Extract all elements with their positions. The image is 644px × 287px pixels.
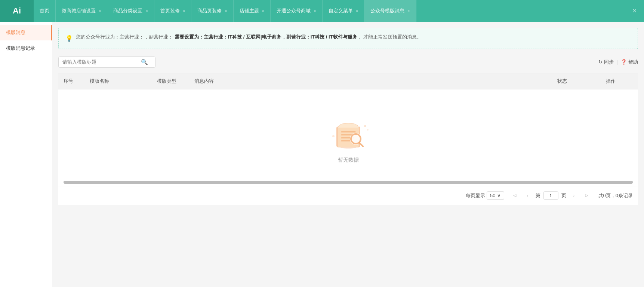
nav-tab-label: 商品分类设置 (113, 7, 142, 14)
svg-point-8 (364, 125, 366, 127)
nav-tab-label: 首页装修 (160, 7, 180, 14)
nav-tab-label: 自定义菜单 (329, 7, 353, 14)
close-all-button[interactable]: × (629, 7, 640, 15)
nav-tab-label: 微商城店铺设置 (62, 7, 96, 14)
nav-tab-home[interactable]: 首页 (34, 0, 56, 22)
tab-close-icon[interactable]: × (407, 9, 410, 13)
page-unit: 页 (561, 192, 566, 199)
empty-illustration (326, 112, 371, 157)
page-size-select: 每页显示 50 ∨ (466, 191, 504, 200)
nav-tab-label: 公众号模版消息 (370, 7, 404, 14)
page-number-input[interactable] (543, 191, 558, 200)
tab-close-icon[interactable]: × (314, 9, 316, 13)
top-nav: Ai 首页微商城店铺设置×商品分类设置×首页装修×商品页装修×店铺主题×开通公众… (0, 0, 644, 22)
nav-tabs: 首页微商城店铺设置×商品分类设置×首页装修×商品页装修×店铺主题×开通公众号商城… (34, 0, 629, 22)
nav-tab-category-settings[interactable]: 商品分类设置× (107, 0, 154, 22)
first-page-button[interactable]: ⊲ (510, 191, 520, 201)
sync-button[interactable]: ↻ 同步 (598, 59, 614, 65)
page-prefix: 第 (536, 192, 540, 199)
nav-tab-label: 首页 (40, 7, 49, 14)
tab-close-icon[interactable]: × (183, 9, 185, 13)
help-button[interactable]: ❓ 帮助 (621, 59, 638, 65)
search-wrapper: 🔍 (58, 57, 155, 68)
sidebar-item-template-msg[interactable]: 模版消息 (0, 25, 52, 40)
scrollbar-area (58, 178, 638, 186)
prev-page-button[interactable]: ‹ (523, 191, 533, 201)
svg-point-9 (367, 129, 369, 131)
next-page-button[interactable]: › (569, 191, 579, 201)
svg-point-10 (332, 135, 335, 137)
sidebar: 模版消息模版消息记录 (0, 22, 52, 287)
empty-row: 暂无数据 (58, 89, 638, 178)
horizontal-scrollbar[interactable] (64, 181, 633, 184)
nav-tab-custom-menu[interactable]: 自定义菜单× (323, 0, 364, 22)
tab-close-icon[interactable]: × (262, 9, 264, 13)
col-header-seq: 序号 (58, 73, 84, 89)
search-row: 🔍 ↻ 同步 | ❓ 帮助 (58, 57, 638, 68)
page-size-value: 50 (490, 193, 495, 198)
nav-tab-shop-settings[interactable]: 微商城店铺设置× (56, 0, 107, 22)
last-page-button[interactable]: ⊳ (582, 191, 592, 201)
col-header-status: 状态 (552, 73, 601, 89)
sync-icon: ↻ (598, 59, 603, 65)
search-button[interactable]: 🔍 (141, 59, 148, 65)
toolbar-right: ↻ 同步 | ❓ 帮助 (598, 59, 638, 65)
col-header-content: 消息内容 (189, 73, 552, 89)
table-body: 暂无数据 (58, 89, 638, 178)
notice-text: 您的公众号行业为：主营行业：，副营行业： 需要设置为：主营行业：IT科技 / 互… (76, 33, 422, 41)
empty-state: 暂无数据 (58, 89, 638, 178)
tab-close-icon[interactable]: × (99, 9, 101, 13)
app-logo: Ai (0, 0, 34, 22)
tab-close-icon[interactable]: × (356, 9, 358, 13)
svg-rect-4 (341, 140, 351, 141)
nav-tab-shop-theme[interactable]: 店铺主题× (234, 0, 271, 22)
table-header-row: 序号模版名称模版类型消息内容状态操作 (58, 73, 638, 89)
nav-tab-product-decor[interactable]: 商品页装修× (191, 0, 233, 22)
nav-tab-label: 开通公众号商城 (277, 7, 311, 14)
page-size-dropdown[interactable]: 50 ∨ (487, 191, 504, 200)
divider: | (617, 59, 618, 65)
page-size-label: 每页显示 (466, 192, 485, 199)
nav-tab-template-msg[interactable]: 公众号模版消息× (364, 0, 416, 22)
svg-rect-1 (341, 131, 356, 132)
main-layout: 模版消息模版消息记录 💡 您的公众号行业为：主营行业：，副营行业： 需要设置为：… (0, 22, 644, 287)
col-header-type: 模版类型 (152, 73, 189, 89)
table-header: 序号模版名称模版类型消息内容状态操作 (58, 73, 638, 89)
pagination-row: 每页显示 50 ∨ ⊲ ‹ 第 页 › ⊳ 共0页，0条记录 (58, 186, 638, 205)
col-header-name: 模版名称 (84, 73, 152, 89)
sidebar-item-template-record[interactable]: 模版消息记录 (0, 40, 52, 56)
nav-tab-homepage-decor[interactable]: 首页装修× (154, 0, 191, 22)
col-header-action: 操作 (601, 73, 638, 89)
tab-close-icon[interactable]: × (225, 9, 227, 13)
notice-box: 💡 您的公众号行业为：主营行业：，副营行业： 需要设置为：主营行业：IT科技 /… (58, 28, 638, 49)
tab-close-icon[interactable]: × (145, 9, 148, 13)
help-icon: ❓ (621, 59, 627, 65)
nav-tab-open-mall[interactable]: 开通公众号商城× (271, 0, 322, 22)
nav-tab-label: 店铺主题 (240, 7, 259, 14)
page-total: 共0页，0条记录 (598, 192, 633, 199)
dropdown-arrow-icon: ∨ (497, 193, 501, 198)
scrollbar-thumb[interactable] (64, 181, 633, 184)
content-area: 💡 您的公众号行业为：主营行业：，副营行业： 需要设置为：主营行业：IT科技 /… (52, 22, 644, 287)
data-table: 序号模版名称模版类型消息内容状态操作 (58, 73, 638, 178)
nav-tab-label: 商品页装修 (197, 7, 222, 14)
search-input[interactable] (62, 59, 141, 65)
notice-icon: 💡 (65, 34, 73, 43)
empty-text: 暂无数据 (338, 157, 359, 164)
